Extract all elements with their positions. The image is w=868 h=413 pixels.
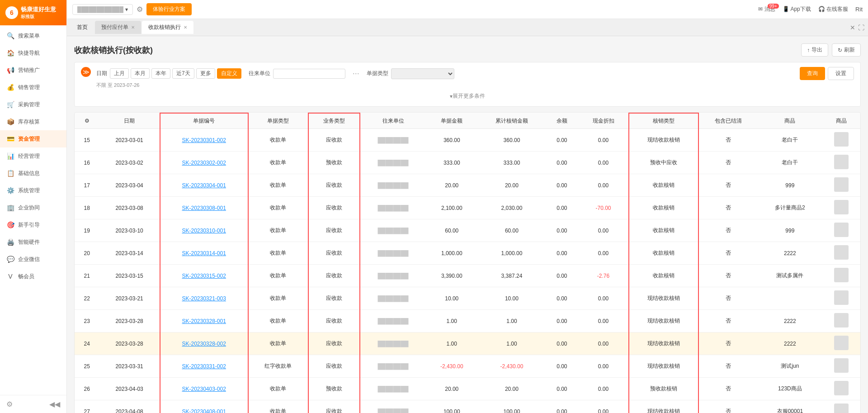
- doc-no-link[interactable]: SK-20230408-001: [182, 408, 226, 413]
- expand-conditions[interactable]: ▾ 展开更多条件: [81, 90, 854, 102]
- col-settings[interactable]: ⚙: [75, 113, 99, 129]
- settings-button[interactable]: 设置: [828, 67, 854, 80]
- doc-no-link[interactable]: SK-20230403-002: [182, 386, 226, 392]
- date-7days[interactable]: 近7天: [172, 68, 194, 79]
- sidebar-item-system[interactable]: ⚙️系统管理: [0, 182, 66, 199]
- cell-amount: 1.00: [426, 332, 478, 355]
- sidebar-item-hardware[interactable]: 🖨️智能硬件: [0, 233, 66, 251]
- table-row[interactable]: 15 2023-03-01 SK-20230301-002 收款单 应收款 ██…: [75, 129, 860, 152]
- date-more[interactable]: 更多: [196, 68, 215, 79]
- doc-no-link[interactable]: SK-20230301-002: [182, 137, 226, 143]
- sidebar-bottom: ⚙ ◀◀: [0, 395, 66, 413]
- sidebar-item-inventory[interactable]: 📦库存核算: [0, 113, 66, 130]
- date-custom[interactable]: 自定义: [217, 68, 241, 79]
- cell-partner: ████████: [360, 219, 425, 242]
- sidebar-item-member[interactable]: V畅会员: [0, 268, 66, 285]
- sidebar-icon-quicknav: 🏠: [6, 49, 14, 57]
- tab-prepay[interactable]: 预付应付单 ✕: [95, 21, 141, 34]
- doc-no-link[interactable]: SK-20230315-002: [182, 273, 226, 279]
- tab-close-btn[interactable]: ✕: [850, 24, 855, 31]
- cell-goods: 测试多属件: [758, 265, 822, 287]
- doc-no-link[interactable]: SK-20230308-001: [182, 205, 226, 211]
- table-row[interactable]: 16 2023-03-02 SK-20230302-002 收款单 预收款 ██…: [75, 152, 860, 174]
- cell-doc-type: 收款单: [248, 287, 309, 310]
- table-row[interactable]: 25 2023-03-31 SK-20230331-002 红字收款单 应收款 …: [75, 355, 860, 378]
- doc-no-link[interactable]: SK-20230314-001: [182, 250, 226, 256]
- doc-no-link[interactable]: SK-20230328-002: [182, 341, 226, 347]
- cell-balance: 0.00: [546, 287, 578, 310]
- table-row[interactable]: 26 2023-04-03 SK-20230403-002 收款单 预收款 ██…: [75, 378, 860, 400]
- sidebar-menu: 🔍搜索菜单🏠快捷导航📢营销推广💰销售管理🛒采购管理📦库存核算💳资金管理📊经营管理…: [0, 25, 66, 395]
- doctype-select[interactable]: [391, 68, 454, 79]
- sidebar-item-basic[interactable]: 📋基础信息: [0, 165, 66, 182]
- phone-icon: 📱: [783, 6, 789, 12]
- cell-goods2: [822, 219, 860, 242]
- sidebar-item-enterprise[interactable]: 🏢企业协同: [0, 199, 66, 216]
- cell-doc-type: 收款单: [248, 152, 309, 174]
- messages-badge[interactable]: ✉ 消息 99+: [758, 5, 775, 13]
- table-row[interactable]: 21 2023-03-15 SK-20230315-002 收款单 应收款 ██…: [75, 265, 860, 287]
- date-prev-month[interactable]: 上月: [110, 68, 129, 79]
- cell-doc-no: SK-20230403-002: [160, 378, 248, 400]
- doc-no-link[interactable]: SK-20230331-002: [182, 363, 226, 370]
- app-download-link[interactable]: 📱 App下载: [783, 5, 811, 13]
- cell-doc-no: SK-20230408-001: [160, 400, 248, 413]
- query-button[interactable]: 查询: [800, 67, 825, 80]
- date-cur-year[interactable]: 本年: [151, 68, 170, 79]
- sidebar-item-guide[interactable]: 🎯新手引导: [0, 216, 66, 233]
- settings-icon[interactable]: ⚙: [6, 400, 13, 408]
- cell-include-settled: 否: [698, 197, 758, 219]
- doc-no-link[interactable]: SK-20230302-002: [182, 160, 226, 166]
- cell-include-settled: 否: [698, 332, 758, 355]
- collapse-icon[interactable]: ◀◀: [49, 400, 60, 408]
- date-cur-month[interactable]: 本月: [131, 68, 150, 79]
- table-row[interactable]: 19 2023-03-10 SK-20230310-001 收款单 应收款 ██…: [75, 219, 860, 242]
- sidebar-icon-system: ⚙️: [6, 186, 14, 195]
- sidebar-item-quicknav[interactable]: 🏠快捷导航: [0, 44, 66, 62]
- user-label[interactable]: Rit: [855, 6, 863, 13]
- tab-collection[interactable]: 收款核销执行 ✕: [142, 21, 193, 34]
- gear-icon[interactable]: ⚙: [137, 5, 143, 14]
- table-row[interactable]: 22 2023-03-21 SK-20230321-003 收款单 应收款 ██…: [75, 287, 860, 310]
- cell-doc-type: 收款单: [248, 332, 309, 355]
- sidebar-item-search[interactable]: 🔍搜索菜单: [0, 27, 66, 44]
- cell-biz-type: 应收款: [308, 310, 360, 332]
- sidebar-item-operation[interactable]: 📊经营管理: [0, 147, 66, 165]
- table-row[interactable]: 20 2023-03-14 SK-20230314-001 收款单 应收款 ██…: [75, 242, 860, 265]
- doc-no-link[interactable]: SK-20230321-003: [182, 295, 226, 302]
- refresh-button[interactable]: ↻ 刷新: [832, 43, 861, 57]
- cell-doc-type: 收款单: [248, 378, 309, 400]
- table-row[interactable]: 17 2023-03-04 SK-20230304-001 收款单 应收款 ██…: [75, 174, 860, 197]
- doc-no-link[interactable]: SK-20230328-001: [182, 318, 226, 324]
- cell-no: 21: [75, 265, 99, 287]
- export-button[interactable]: ↑ 导出: [801, 43, 828, 57]
- table-row[interactable]: 24 2023-03-28 SK-20230328-002 收款单 应收款 ██…: [75, 332, 860, 355]
- solution-button[interactable]: 体验行业方案: [146, 3, 192, 15]
- cell-partner: ████████: [360, 242, 425, 265]
- collection-tab-close[interactable]: ✕: [184, 25, 187, 30]
- doc-no-link[interactable]: SK-20230310-001: [182, 228, 226, 234]
- cell-partner: ████████: [360, 378, 425, 400]
- tab-home[interactable]: 首页: [71, 21, 94, 34]
- sidebar-item-sales[interactable]: 💰销售管理: [0, 79, 66, 96]
- sidebar-item-purchase[interactable]: 🛒采购管理: [0, 96, 66, 113]
- cell-biz-type: 应收款: [308, 242, 360, 265]
- table-row[interactable]: 27 2023-04-08 SK-20230408-001 收款单 应收款 ██…: [75, 400, 860, 413]
- partner-input[interactable]: [273, 69, 345, 79]
- sidebar-item-finance[interactable]: 💳资金管理: [0, 130, 66, 147]
- sidebar-item-marketing[interactable]: 📢营销推广: [0, 62, 66, 79]
- col-include-settled: 包含已结清: [698, 113, 758, 129]
- sidebar-icon-enterprise: 🏢: [6, 204, 14, 212]
- workspace-selector[interactable]: ████████████ ▾: [72, 4, 133, 15]
- online-service-link[interactable]: 🎧 在线客服: [818, 5, 848, 13]
- col-amount: 单据金额: [426, 113, 478, 129]
- settings-icon[interactable]: ⚙: [85, 118, 90, 124]
- prepay-tab-close[interactable]: ✕: [131, 25, 135, 30]
- sidebar-item-wechat[interactable]: 💬企业微信: [0, 251, 66, 268]
- tab-expand-btn[interactable]: ⛶: [858, 24, 864, 31]
- table-row[interactable]: 18 2023-03-08 SK-20230308-001 收款单 应收款 ██…: [75, 197, 860, 219]
- table-row[interactable]: 23 2023-03-28 SK-20230328-001 收款单 应收款 ██…: [75, 310, 860, 332]
- cell-no: 18: [75, 197, 99, 219]
- filter-toggle-button[interactable]: ≫: [81, 67, 91, 77]
- doc-no-link[interactable]: SK-20230304-001: [182, 182, 226, 189]
